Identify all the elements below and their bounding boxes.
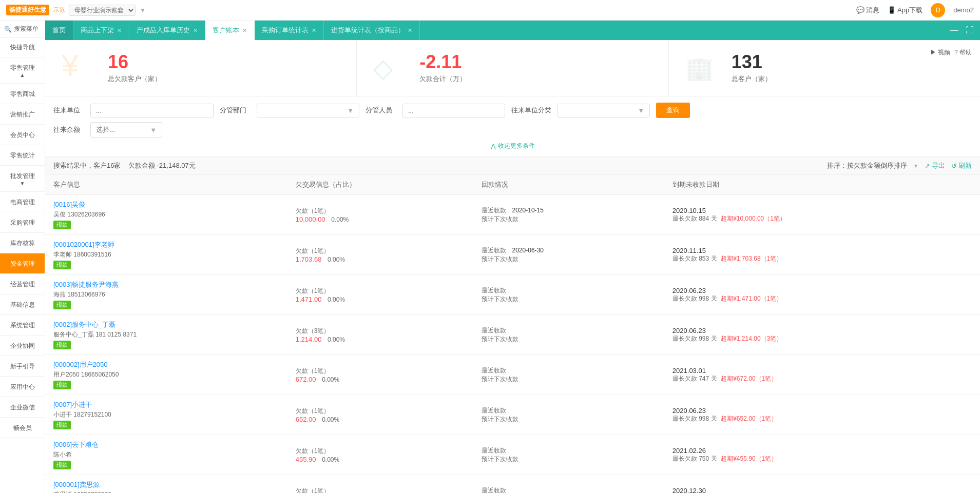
close-tab-3[interactable]: ✕	[242, 27, 247, 34]
stats-bar: ¥ 16 总欠款客户（家） ◇ -2.11	[45, 40, 980, 96]
tab-product-status[interactable]: 商品上下架 ✕	[73, 21, 129, 40]
debt-amount-0[interactable]: 10,000.00	[296, 215, 325, 223]
source-unit-input[interactable]: ...	[90, 104, 214, 117]
sidebar-item-wholesale[interactable]: 批发管理 ▼	[0, 166, 45, 192]
cell-debt-0: 欠款（1笔） 10,000.00 0.00%	[287, 195, 473, 235]
sidebar-item-inventory[interactable]: 库存核算	[0, 233, 45, 253]
sidebar-item-enterprise[interactable]: 企业协同	[0, 336, 45, 356]
collapse-tabs-btn[interactable]: —	[948, 25, 960, 36]
maximize-btn[interactable]: ⛶	[964, 25, 976, 36]
dept-select[interactable]: ▼	[257, 104, 359, 117]
debt-amount-2[interactable]: 1,471.00	[296, 295, 322, 303]
export-btn[interactable]: ↗ 导出	[925, 161, 945, 170]
balance-select[interactable]: 选择... ▼	[90, 122, 162, 137]
debt-pct-3: 0.00%	[328, 336, 345, 343]
sidebar-item-wechat[interactable]: 企业微信	[0, 397, 45, 418]
customer-tag-3: 现款	[53, 341, 71, 349]
sidebar-item-ecommerce[interactable]: 电商管理	[0, 192, 45, 212]
cell-due-4: 2021.03.01 最长欠款 747 天 超期¥672.00（1笔）	[664, 355, 980, 395]
filter-area: 往来单位 ... 分管部门 ▼ 分管人员 ... 往	[45, 96, 980, 157]
help-btn[interactable]: ? 帮助	[954, 48, 972, 57]
customer-link-2[interactable]: [0003]畅捷服务尹海燕	[53, 281, 119, 288]
logo: 畅捷通好生意	[6, 5, 49, 15]
search-menu[interactable]: 🔍 搜索菜单	[0, 21, 45, 38]
sidebar-item-finance[interactable]: 资金管理	[0, 253, 45, 274]
customer-tag-6: 现款	[53, 461, 71, 469]
video-btn[interactable]: ▶ 视频	[930, 48, 950, 57]
customer-phone-5: 小进干 18279152100	[53, 410, 279, 419]
debt-amount-3[interactable]: 1,214.00	[296, 336, 322, 343]
table-container: 客户信息 欠交易信息（占比） 回款情况 到期未收款日期 [0016]吴俊 吴俊 …	[45, 175, 980, 493]
top-bar-left: 畅捷通好生意 示范 母婴行业演示账套 ▼	[6, 5, 146, 16]
customer-tag-5: 现款	[53, 421, 71, 429]
table-row: [0006]去下粮仓 陈小希 现款 欠款（1笔） 455.90 0.00% 最近…	[45, 435, 980, 475]
cell-debt-5: 欠款（1笔） 652.00 0.00%	[287, 395, 473, 435]
sidebar: 🔍 搜索菜单 快捷导航 零售管理 ▲ 零售商城 营销推广 会员中心 零售统计	[0, 21, 45, 493]
overdue-link-1[interactable]: 超期¥1,703.68（1笔）	[721, 255, 782, 262]
customer-link-6[interactable]: [0006]去下粮仓	[53, 441, 99, 448]
sidebar-item-retail-stats[interactable]: 零售统计	[0, 145, 45, 166]
sidebar-item-member[interactable]: 会员中心	[0, 125, 45, 145]
query-button[interactable]: 查询	[656, 103, 690, 118]
sidebar-item-guide[interactable]: 新手引导	[0, 356, 45, 377]
debt-amount-5[interactable]: 652.00	[296, 416, 316, 423]
sidebar-item-apps[interactable]: 应用中心	[0, 377, 45, 397]
close-tab-1[interactable]: ✕	[117, 27, 122, 34]
sidebar-item-marketing[interactable]: 营销推广	[0, 104, 45, 125]
stat-number-debt: -2.11	[419, 53, 466, 71]
quick-nav[interactable]: 快捷导航	[0, 38, 45, 57]
customer-phone-0: 吴俊 13026203696	[53, 210, 279, 219]
refresh-icon: ↺	[951, 162, 957, 170]
sidebar-item-member2[interactable]: 畅会员	[0, 418, 45, 438]
sidebar-item-system[interactable]: 系统管理	[0, 315, 45, 336]
tab-purchase-stats[interactable]: 采购订单统计表 ✕	[255, 21, 324, 40]
cell-collection-3: 最近收款 预计下次收款	[473, 315, 664, 355]
overdue-link-3[interactable]: 超期¥1,214.00（3笔）	[721, 335, 782, 342]
stat-card-overdue-customers: ¥ 16 总欠款客户（家）	[45, 40, 357, 96]
overdue-link-6[interactable]: 超期¥455.90（1笔）	[721, 455, 777, 462]
close-tab-4[interactable]: ✕	[312, 27, 316, 34]
person-input[interactable]: ...	[402, 104, 505, 117]
cell-debt-4: 欠款（1笔） 672.00 0.00%	[287, 355, 473, 395]
col-due-date: 到期未收款日期	[664, 175, 980, 195]
customer-phone-1: 李老师 18600391516	[53, 250, 279, 259]
collapse-filter-btn[interactable]: ⋀ 收起更多条件	[53, 142, 972, 150]
customer-link-7[interactable]: [000001]龚思源	[53, 481, 100, 488]
customer-link-4[interactable]: [000002]用户2050	[53, 361, 108, 368]
results-bar-right: 排序：按欠款金额倒序排序 ▼ ↗ 导出 ↺ 刷新	[827, 161, 972, 170]
close-tab-2[interactable]: ✕	[193, 27, 198, 34]
refresh-btn[interactable]: ↺ 刷新	[951, 161, 972, 170]
customer-link-0[interactable]: [0016]吴俊	[53, 201, 85, 208]
tab-inbound-stats[interactable]: 进货单统计表（按商品） ✕	[324, 21, 420, 40]
sidebar-item-retail-mall[interactable]: 零售商城	[0, 84, 45, 104]
customer-link-5[interactable]: [0007]小进干	[53, 401, 92, 408]
sidebar-item-retail-mgmt[interactable]: 零售管理 ▲	[0, 57, 45, 84]
overdue-link-4[interactable]: 超期¥672.00（1笔）	[721, 375, 777, 382]
table-row: [000001]龚思源 龚思源 13552700226 现款 欠款（1笔） 42…	[45, 475, 980, 494]
cell-due-2: 2020.06.23 最长欠款 998 天 超期¥1,471.00（1笔）	[664, 275, 980, 315]
close-tab-5[interactable]: ✕	[408, 27, 412, 34]
customer-link-1[interactable]: [0001020001]李老师	[53, 241, 114, 248]
customer-link-3[interactable]: [0002]服务中心_丁磊	[53, 321, 116, 328]
overdue-link-5[interactable]: 超期¥652.00（1笔）	[721, 415, 777, 422]
results-bar: 搜索结果中，客户16家 欠款金额 -21,148.07元 排序：按欠款金额倒序排…	[45, 157, 980, 175]
overdue-link-0[interactable]: 超期¥10,000.00（1笔）	[721, 215, 786, 222]
overdue-link-2[interactable]: 超期¥1,471.00（1笔）	[721, 295, 782, 302]
debt-amount-1[interactable]: 1,703.68	[296, 255, 322, 263]
customer-phone-2: 海燕 18513066976	[53, 290, 279, 299]
tab-customer-ledger[interactable]: 客户账本 ✕	[205, 21, 255, 40]
company-selector[interactable]: 母婴行业演示账套	[69, 5, 136, 16]
download-btn[interactable]: 📱 App下载	[888, 6, 923, 15]
debt-amount-6[interactable]: 455.90	[296, 456, 316, 463]
tab-bar-end: — ⛶	[944, 25, 980, 36]
sort-label: 排序：按欠款金额倒序排序	[827, 161, 907, 170]
tab-inbound-history[interactable]: 产成品入库单历史 ✕	[129, 21, 205, 40]
sidebar-item-purchase[interactable]: 采购管理	[0, 212, 45, 233]
sidebar-item-operations[interactable]: 经营管理	[0, 274, 45, 294]
tab-home[interactable]: 首页	[45, 21, 73, 40]
unit-class-select[interactable]: ▼	[558, 104, 650, 117]
sidebar-item-basic-info[interactable]: 基础信息	[0, 294, 45, 315]
avatar[interactable]: D	[931, 3, 945, 17]
message-btn[interactable]: 💬 消息	[856, 6, 880, 15]
debt-amount-4[interactable]: 672.00	[296, 376, 316, 383]
